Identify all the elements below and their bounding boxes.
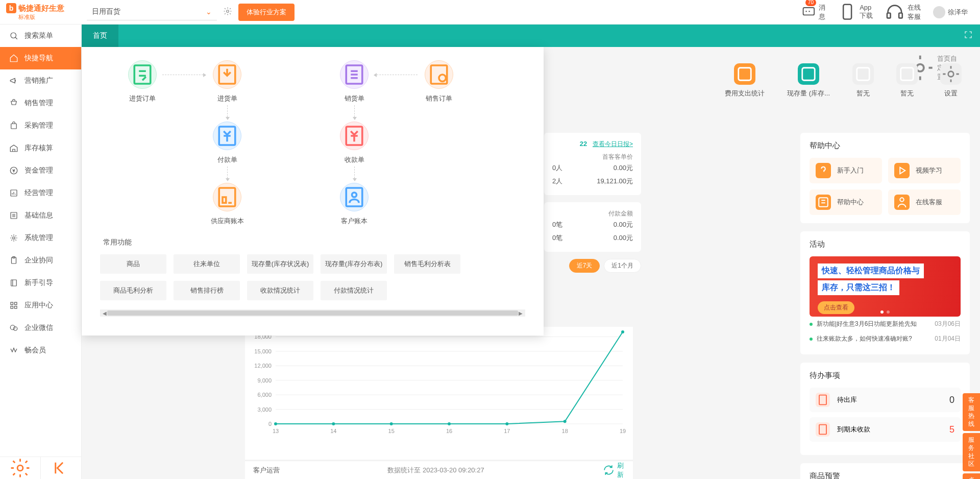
- period-7d[interactable]: 近7天: [569, 259, 600, 273]
- sidebar-item-clipboard[interactable]: 企业协同: [0, 249, 81, 272]
- shortcut-item[interactable]: 现存量 (库存...: [787, 63, 830, 98]
- cust-price-label: 首客客单价: [552, 153, 633, 161]
- help-item[interactable]: 帮助中心: [810, 189, 882, 215]
- settings-gear-icon[interactable]: [223, 7, 232, 18]
- sidebar-item-search[interactable]: 搜索菜单: [0, 25, 81, 47]
- sidebar-item-bag[interactable]: 采购管理: [0, 114, 81, 137]
- warning-title: 商品预警: [810, 471, 961, 479]
- flow-sales-slip[interactable]: 销货单: [312, 60, 397, 103]
- svg-marker-37: [900, 167, 905, 174]
- svg-point-10: [13, 237, 15, 240]
- shortcut-item[interactable]: 暂无: [896, 63, 918, 98]
- tab-home[interactable]: 首页: [82, 25, 118, 47]
- category-select[interactable]: 日用百货 ⌄: [87, 4, 217, 20]
- logo[interactable]: b 畅捷通好生意: [6, 3, 64, 13]
- flow-purchase-slip[interactable]: 进货单: [185, 60, 270, 103]
- news-item[interactable]: 新功能|好生意3月6日功能更新抢先知03月06日: [810, 317, 961, 331]
- horizontal-scrollbar[interactable]: ◀ ▶: [100, 309, 525, 317]
- float-tag[interactable]: 客服热线: [963, 393, 980, 431]
- svg-point-65: [390, 422, 393, 425]
- app-download-link[interactable]: App下载: [838, 2, 873, 21]
- clipboard-icon: [9, 256, 18, 265]
- sidebar-item-home[interactable]: 快捷导航: [0, 47, 81, 69]
- flow-supplier-ledger[interactable]: 供应商账本: [185, 183, 270, 226]
- common-fn-button[interactable]: 现存量(库存分布表): [321, 254, 387, 274]
- common-fn-button[interactable]: 现存量(库存状况表): [247, 254, 313, 274]
- shortcut-item[interactable]: 费用支出统计: [725, 63, 765, 98]
- refresh-button[interactable]: 刷新: [602, 461, 625, 480]
- scrollbar-thumb[interactable]: [107, 310, 518, 316]
- gear-icon: [9, 233, 18, 243]
- online-service-link[interactable]: 在线客服: [885, 2, 922, 22]
- scroll-right-icon[interactable]: ▶: [517, 310, 524, 316]
- sales-order-icon: [425, 60, 453, 89]
- help-item[interactable]: 视频学习: [888, 158, 961, 183]
- sidebar-item-gear[interactable]: 系统管理: [0, 227, 81, 249]
- sidebar-collapse-icon[interactable]: [41, 457, 81, 479]
- flow-payment[interactable]: 付款单: [185, 122, 270, 164]
- sidebar-item-coin[interactable]: 资金管理: [0, 159, 81, 182]
- common-fn-button[interactable]: 付款情况统计: [321, 281, 387, 300]
- sidebar-item-grid[interactable]: 应用中心: [0, 294, 81, 317]
- right-column: 帮助中心 新手入门视频学习帮助中心在线客服 活动 快速、轻松管理商品价格与 库存…: [800, 133, 970, 479]
- sidebar-item-list[interactable]: 基础信息: [0, 204, 81, 227]
- todo-card: 待办事项 待出库0到期未收款5: [800, 363, 970, 455]
- todo-item[interactable]: 待出库0: [810, 388, 961, 412]
- common-fn-button[interactable]: 商品: [100, 254, 166, 274]
- sidebar-item-wechat[interactable]: 企业微信: [0, 317, 81, 339]
- sidebar-item-book[interactable]: 新手引导: [0, 272, 81, 294]
- help-item[interactable]: 新手入门: [810, 158, 882, 183]
- help-icon: [816, 163, 831, 178]
- banner-cta-button[interactable]: 点击查看: [818, 301, 854, 314]
- sidebar-settings-icon[interactable]: [0, 457, 41, 479]
- flow-purchase-order[interactable]: 进货订单: [100, 60, 185, 226]
- help-item[interactable]: 在线客服: [888, 189, 961, 215]
- news-item[interactable]: 往来账款太多，如何快速准确对账?01月04日: [810, 331, 961, 346]
- svg-rect-30: [219, 188, 235, 206]
- common-fn-button[interactable]: 销售毛利分析表: [394, 254, 460, 274]
- bag-icon: [9, 121, 18, 130]
- sidebar-item-chart[interactable]: 经营管理: [0, 182, 81, 204]
- user-menu[interactable]: 徐泽华: [933, 6, 968, 18]
- todo-item[interactable]: 到期未收款5: [810, 417, 961, 442]
- svg-rect-13: [11, 280, 17, 286]
- fullscreen-icon[interactable]: [957, 30, 980, 41]
- message-link[interactable]: 70 消息: [801, 3, 826, 21]
- help-title: 帮助中心: [810, 141, 961, 151]
- flow-receipt[interactable]: 收款单: [312, 122, 397, 164]
- sidebar: 搜索菜单快捷导航营销推广销售管理采购管理库存核算资金管理经营管理基础信息系统管理…: [0, 25, 82, 479]
- common-fn-button[interactable]: 商品毛利分析: [100, 281, 166, 300]
- customer-ledger-icon: [340, 183, 369, 211]
- period-1m[interactable]: 近1个月: [604, 259, 641, 273]
- svg-rect-17: [15, 306, 17, 309]
- shortcut-item[interactable]: 设置: [940, 63, 962, 98]
- activity-banner[interactable]: 快速、轻松管理商品价格与 库存，只需这三招！ 点击查看: [810, 256, 961, 317]
- float-tag[interactable]: 桌面快捷: [963, 473, 980, 479]
- sidebar-item-vip[interactable]: 畅会员: [0, 339, 81, 362]
- sidebar-item-warehouse[interactable]: 库存核算: [0, 137, 81, 159]
- flow-customer-ledger[interactable]: 客户账本: [312, 183, 397, 226]
- common-fn-button[interactable]: 往来单位: [174, 254, 240, 274]
- coin-icon: [9, 166, 18, 175]
- svg-point-20: [17, 465, 23, 471]
- warehouse-icon: [9, 143, 18, 153]
- svg-rect-25: [901, 68, 914, 81]
- todo-title: 待办事项: [810, 371, 961, 380]
- product-warning-card: 商品预警: [800, 463, 970, 479]
- carousel-dots[interactable]: [880, 310, 890, 314]
- shortcut-item[interactable]: 暂无: [852, 63, 874, 98]
- svg-point-67: [505, 422, 508, 425]
- shortcut-row: 费用支出统计现存量 (库存...暂无暂无设置: [725, 63, 962, 98]
- svg-text:0: 0: [268, 421, 272, 427]
- common-fn-button[interactable]: 销售排行榜: [174, 281, 240, 300]
- sidebar-item-cart[interactable]: 销售管理: [0, 92, 81, 114]
- experience-button[interactable]: 体验行业方案: [238, 4, 295, 21]
- sidebar-item-megaphone[interactable]: 营销推广: [0, 69, 81, 92]
- stats-partial: 22 查看今日日报> 首客客单价 0人0.00元 2人19,121.00元 付款…: [544, 133, 641, 277]
- common-fn-button[interactable]: 收款情况统计: [247, 281, 313, 300]
- float-tag[interactable]: 服务社区: [963, 433, 980, 471]
- svg-rect-15: [15, 302, 17, 305]
- svg-text:16: 16: [446, 428, 452, 434]
- daily-report-link[interactable]: 查看今日日报>: [593, 140, 633, 148]
- flow-sales-order[interactable]: 销售订单: [397, 60, 481, 226]
